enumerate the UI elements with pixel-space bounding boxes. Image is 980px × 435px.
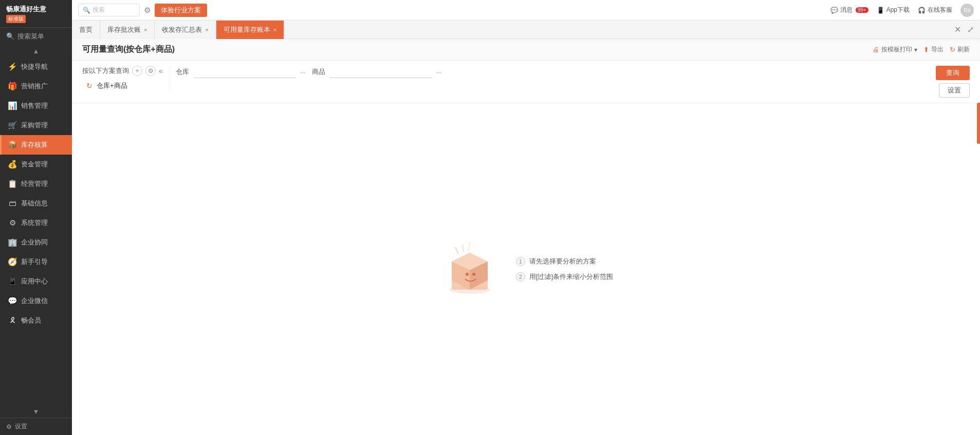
online-service-action[interactable]: 🎧 在线客服 xyxy=(918,6,952,14)
warehouse-label: 仓库 xyxy=(176,67,189,77)
nav-icon-app-center: 📱 xyxy=(8,277,17,286)
sidebar-item-inventory[interactable]: 📦库存核算 xyxy=(0,135,72,155)
product-more-button[interactable]: ··· xyxy=(436,68,442,76)
sidebar-item-sales[interactable]: 📊销售管理 xyxy=(0,96,72,116)
tip-text-1: 请先选择要分析的方案 xyxy=(529,257,596,266)
empty-illustration xyxy=(439,238,501,300)
tab-batch-ledger[interactable]: 库存批次账× xyxy=(100,21,155,39)
nav-icon-wechat: 💬 xyxy=(8,296,17,306)
warehouse-more-button[interactable]: ··· xyxy=(300,68,306,76)
topbar-search-icon: 🔍 xyxy=(83,7,90,14)
query-button[interactable]: 查询 xyxy=(936,66,970,80)
svg-line-9 xyxy=(469,242,470,251)
tab-close-available-ledger[interactable]: × xyxy=(273,27,276,33)
sidebar-item-guide[interactable]: 🧭新手引导 xyxy=(0,252,72,272)
svg-point-5 xyxy=(466,273,469,276)
tab-label-receipt-summary: 收发存汇总表 xyxy=(162,25,202,34)
nav-label-basic-info: 基础信息 xyxy=(21,199,48,208)
nav-icon-enterprise: 🏢 xyxy=(8,238,17,247)
nav-icon-member: 🎗 xyxy=(8,316,17,325)
scheme-item-icon: ↻ xyxy=(86,82,93,90)
tab-close-batch-ledger[interactable]: × xyxy=(144,27,147,33)
sidebar-item-marketing[interactable]: 🎁营销推广 xyxy=(0,77,72,96)
sidebar-item-member[interactable]: 🎗畅会员 xyxy=(0,311,72,330)
sidebar-item-system[interactable]: ⚙系统管理 xyxy=(0,213,72,233)
page-header-actions: 🖨 按模板打印 ▾ ⬆ 导出 ↻ 刷新 xyxy=(873,45,970,54)
print-icon: 🖨 xyxy=(873,46,879,53)
empty-tips: 1请先选择要分析的方案2用[过滤]条件来缩小分析范围 xyxy=(516,257,613,281)
scheme-item-warehouse-product[interactable]: ↻ 仓库+商品 xyxy=(82,79,163,92)
message-badge: 99+ xyxy=(856,7,868,13)
refresh-button[interactable]: ↻ 刷新 xyxy=(950,45,970,54)
nav-label-finance: 资金管理 xyxy=(21,160,48,169)
warehouse-input[interactable] xyxy=(193,66,296,78)
user-avatar[interactable]: Rit xyxy=(960,4,974,17)
product-label: 商品 xyxy=(312,67,325,77)
tab-close-receipt-summary[interactable]: × xyxy=(205,27,208,33)
industry-solution-button[interactable]: 体验行业方案 xyxy=(155,4,207,17)
filter-scheme-actions: + ⚙ « xyxy=(132,66,163,76)
sidebar-scroll-up[interactable]: ▲ xyxy=(0,45,72,57)
warehouse-filter-field: 仓库 ··· xyxy=(176,66,306,78)
tab-close-all-button[interactable]: ✕ xyxy=(952,25,963,34)
nav-icon-marketing: 🎁 xyxy=(8,82,17,91)
add-scheme-button[interactable]: + xyxy=(132,66,142,76)
tab-label-home: 首页 xyxy=(79,25,93,34)
main-area: 🔍 搜索 ⚙ 体验行业方案 💬 消息 99+ 📱 App下载 🎧 在线客服 Ri… xyxy=(72,0,980,435)
sidebar-item-quick-nav[interactable]: ⚡快捷导航 xyxy=(0,57,72,77)
filter-scheme-header: 按以下方案查询 + ⚙ « xyxy=(82,66,163,76)
tip-num-1: 1 xyxy=(516,257,525,266)
refresh-icon: ↻ xyxy=(950,46,955,53)
filter-settings-button[interactable]: 设置 xyxy=(939,83,970,98)
nav-label-marketing: 营销推广 xyxy=(21,82,48,91)
top-bar: 🔍 搜索 ⚙ 体验行业方案 💬 消息 99+ 📱 App下载 🎧 在线客服 Ri… xyxy=(72,0,980,21)
sidebar-item-enterprise[interactable]: 🏢企业协同 xyxy=(0,233,72,252)
search-label: 搜索菜单 xyxy=(17,32,44,41)
print-template-button[interactable]: 🖨 按模板打印 ▾ xyxy=(873,45,917,54)
online-service-label: 在线客服 xyxy=(928,6,952,14)
print-dropdown-icon: ▾ xyxy=(914,46,917,53)
sidebar-item-app-center[interactable]: 📱应用中心 xyxy=(0,272,72,291)
filter-scheme-label: 按以下方案查询 xyxy=(82,66,129,75)
tab-receipt-summary[interactable]: 收发存汇总表× xyxy=(155,21,216,39)
right-resize-handle[interactable] xyxy=(977,103,980,144)
collapse-scheme-button[interactable]: « xyxy=(159,67,163,75)
message-icon: 💬 xyxy=(830,7,838,14)
tab-maximize-button[interactable]: ⤢ xyxy=(965,25,976,34)
nav-icon-basic-info: 🗃 xyxy=(8,199,17,207)
settings-gear-icon[interactable]: ⚙ xyxy=(144,6,151,15)
tab-available-ledger[interactable]: 可用量库存账本× xyxy=(216,21,284,39)
nav-icon-guide: 🧭 xyxy=(8,257,17,267)
topbar-search-text: 搜索 xyxy=(93,6,105,14)
tab-bar: 首页库存批次账×收发存汇总表×可用量库存账本× ✕ ⤢ xyxy=(72,21,980,39)
nav-label-enterprise: 企业协同 xyxy=(21,238,48,247)
filter-area: 按以下方案查询 + ⚙ « ↻ 仓库+商品 仓库 xyxy=(72,61,980,103)
nav-icon-system: ⚙ xyxy=(8,218,17,228)
filter-row: 仓库 ··· 商品 ··· xyxy=(176,66,930,78)
app-download-action[interactable]: 📱 App下载 xyxy=(877,6,910,14)
sidebar-item-operations[interactable]: 📋经营管理 xyxy=(0,174,72,194)
online-service-icon: 🎧 xyxy=(918,7,926,14)
sidebar-item-wechat[interactable]: 💬企业微信 xyxy=(0,291,72,311)
export-button[interactable]: ⬆ 导出 xyxy=(923,45,944,54)
sidebar-item-basic-info[interactable]: 🗃基础信息 xyxy=(0,194,72,213)
sidebar-footer[interactable]: ⚙ 设置 xyxy=(0,418,72,435)
sidebar-item-purchase[interactable]: 🛒采购管理 xyxy=(0,116,72,135)
svg-line-8 xyxy=(463,244,464,252)
nav-icon-purchase: 🛒 xyxy=(8,121,17,130)
sidebar-search[interactable]: 🔍 搜索菜单 xyxy=(0,28,72,45)
scheme-item-label: 仓库+商品 xyxy=(97,81,127,90)
sidebar-item-finance[interactable]: 💰资金管理 xyxy=(0,155,72,174)
filter-inputs: 仓库 ··· 商品 ··· xyxy=(176,66,930,78)
svg-line-7 xyxy=(455,248,458,254)
tab-home[interactable]: 首页 xyxy=(72,21,100,39)
product-filter-field: 商品 ··· xyxy=(312,66,442,78)
topbar-search[interactable]: 🔍 搜索 xyxy=(78,4,140,16)
edit-scheme-button[interactable]: ⚙ xyxy=(145,66,156,76)
nav-label-member: 畅会员 xyxy=(21,316,41,325)
message-action[interactable]: 💬 消息 99+ xyxy=(830,6,868,14)
user-name: Rit xyxy=(964,7,970,13)
sidebar-scroll-down[interactable]: ▼ xyxy=(0,406,72,418)
tab-label-batch-ledger: 库存批次账 xyxy=(107,25,141,34)
product-input[interactable] xyxy=(329,66,432,78)
